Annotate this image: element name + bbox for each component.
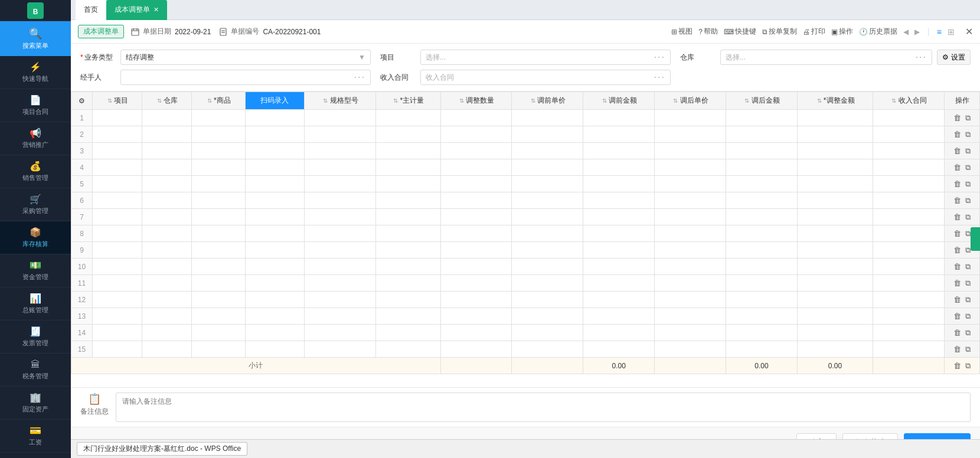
delete-icon-11[interactable]: 🗑 <box>953 279 961 287</box>
cell-10-12[interactable] <box>873 259 945 275</box>
cell-1-11[interactable] <box>797 110 873 126</box>
delete-icon-3[interactable]: 🗑 <box>953 146 961 155</box>
sidebar-item-sales-mgmt[interactable]: 💰 销售管理 <box>0 155 71 188</box>
copy-icon-11[interactable]: ⧉ <box>965 279 971 287</box>
taskbar-item[interactable]: 木门行业好业财处理方案-墓红红.doc - WPS Office <box>77 442 247 456</box>
copy-icon-10[interactable]: ⧉ <box>965 262 971 271</box>
cell-5-10[interactable] <box>726 176 798 192</box>
cell-5-9[interactable] <box>655 176 726 192</box>
total-copy-icon[interactable]: ⧉ <box>965 361 971 370</box>
copy-icon-1[interactable]: ⧉ <box>965 113 971 122</box>
cell-3-5[interactable] <box>375 143 440 159</box>
cell-4-2[interactable] <box>191 159 245 176</box>
copy-icon-5[interactable]: ⧉ <box>965 179 971 188</box>
cell-3-8[interactable] <box>583 143 655 159</box>
cell-5-0[interactable] <box>93 176 142 192</box>
cell-15-1[interactable] <box>142 341 191 358</box>
cell-6-9[interactable] <box>655 192 726 209</box>
cell-9-6[interactable] <box>440 242 512 259</box>
cell-15-11[interactable] <box>797 341 873 358</box>
tab-cost-adjust[interactable]: 成本调整单 ✕ <box>106 0 167 20</box>
cell-6-0[interactable] <box>93 192 142 209</box>
cell-15-9[interactable] <box>655 341 726 358</box>
cell-6-12[interactable] <box>873 192 945 209</box>
copy-icon-2[interactable]: ⧉ <box>965 130 971 139</box>
cell-10-0[interactable] <box>93 259 142 275</box>
sidebar-item-project-contract[interactable]: 📄 项目合同 <box>0 89 71 122</box>
list-view-icon[interactable]: ≡ <box>937 27 942 37</box>
th-after-amount[interactable]: ⇅ 调后金额 <box>726 92 798 110</box>
cell-9-1[interactable] <box>142 242 191 259</box>
cell-10-7[interactable] <box>512 259 583 275</box>
cell-6-11[interactable] <box>797 192 873 209</box>
cell-10-10[interactable] <box>726 259 798 275</box>
cell-5-6[interactable] <box>440 176 512 192</box>
batch-edit-action[interactable]: ⧉ 按单复制 <box>762 27 797 37</box>
cell-15-4[interactable] <box>305 341 376 358</box>
cell-11-6[interactable] <box>440 275 512 292</box>
cell-11-2[interactable] <box>191 275 245 292</box>
delete-icon-6[interactable]: 🗑 <box>953 196 961 205</box>
cell-6-4[interactable] <box>305 192 376 209</box>
ops-action[interactable]: ▣ 操作 <box>831 27 853 37</box>
cell-8-2[interactable] <box>191 225 245 242</box>
cell-4-11[interactable] <box>797 159 873 176</box>
cell-4-10[interactable] <box>726 159 798 176</box>
copy-icon-15[interactable]: ⧉ <box>965 345 971 354</box>
delete-icon-13[interactable]: 🗑 <box>953 312 961 320</box>
cell-2-3[interactable] <box>245 126 304 143</box>
th-scan[interactable]: 扫码录入 <box>245 92 304 110</box>
th-warehouse[interactable]: ⇅ 仓库 <box>142 92 191 110</box>
cell-2-9[interactable] <box>655 126 726 143</box>
cell-1-8[interactable] <box>583 110 655 126</box>
cell-14-10[interactable] <box>726 325 798 341</box>
cell-7-7[interactable] <box>512 209 583 225</box>
delete-icon-2[interactable]: 🗑 <box>953 130 961 139</box>
cell-15-8[interactable] <box>583 341 655 358</box>
cell-12-12[interactable] <box>873 292 945 308</box>
cell-11-10[interactable] <box>726 275 798 292</box>
cell-3-11[interactable] <box>797 143 873 159</box>
delete-icon-7[interactable]: 🗑 <box>953 212 961 221</box>
delete-icon-10[interactable]: 🗑 <box>953 262 961 271</box>
handler-dots-icon[interactable]: ··· <box>354 72 365 83</box>
cell-4-4[interactable] <box>305 159 376 176</box>
cell-13-5[interactable] <box>375 308 440 325</box>
cell-4-6[interactable] <box>440 159 512 176</box>
cell-14-8[interactable] <box>583 325 655 341</box>
sidebar-item-sales-promo[interactable]: 📢 营销推广 <box>0 122 71 155</box>
cell-13-3[interactable] <box>245 308 304 325</box>
cell-3-7[interactable] <box>512 143 583 159</box>
cell-4-8[interactable] <box>583 159 655 176</box>
cell-12-1[interactable] <box>142 292 191 308</box>
cell-5-3[interactable] <box>245 176 304 192</box>
cell-7-2[interactable] <box>191 209 245 225</box>
cell-3-12[interactable] <box>873 143 945 159</box>
cell-2-2[interactable] <box>191 126 245 143</box>
print-action[interactable]: 🖨 打印 <box>803 27 825 37</box>
cell-12-0[interactable] <box>93 292 142 308</box>
delete-icon-14[interactable]: 🗑 <box>953 328 961 337</box>
sidebar-item-ledger-mgmt[interactable]: 📊 总账管理 <box>0 287 71 320</box>
cell-14-5[interactable] <box>375 325 440 341</box>
cell-5-4[interactable] <box>305 176 376 192</box>
cell-9-5[interactable] <box>375 242 440 259</box>
cell-2-10[interactable] <box>726 126 798 143</box>
right-indicator[interactable] <box>971 227 980 251</box>
cell-11-7[interactable] <box>512 275 583 292</box>
cell-6-6[interactable] <box>440 192 512 209</box>
cell-8-3[interactable] <box>245 225 304 242</box>
cell-6-2[interactable] <box>191 192 245 209</box>
cell-10-1[interactable] <box>142 259 191 275</box>
cell-8-4[interactable] <box>305 225 376 242</box>
cell-4-5[interactable] <box>375 159 440 176</box>
cell-5-5[interactable] <box>375 176 440 192</box>
cell-13-9[interactable] <box>655 308 726 325</box>
warehouse-input[interactable]: 选择... ··· <box>720 50 932 65</box>
cell-12-7[interactable] <box>512 292 583 308</box>
cell-9-3[interactable] <box>245 242 304 259</box>
cell-15-2[interactable] <box>191 341 245 358</box>
cell-5-2[interactable] <box>191 176 245 192</box>
cell-2-12[interactable] <box>873 126 945 143</box>
cell-1-7[interactable] <box>512 110 583 126</box>
